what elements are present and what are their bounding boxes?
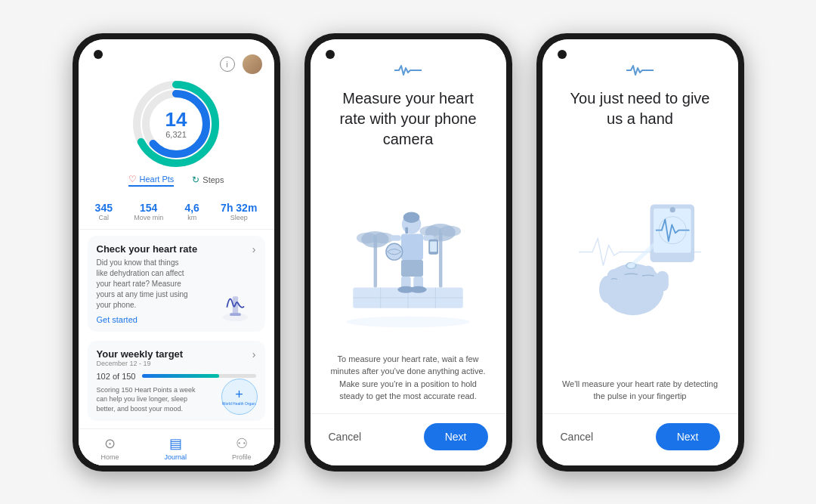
bottom-nav: ⊙ Home ▤ Journal ⚇ Profile: [79, 428, 274, 465]
pulse-icon-3: [626, 63, 654, 81]
stat-km-label: km: [184, 214, 199, 221]
card-arrow-icon: ›: [252, 243, 256, 255]
svg-point-7: [346, 317, 470, 328]
tab-heart-pts[interactable]: ♡ Heart Pts: [128, 174, 175, 187]
onboard-title-3: You just need to give us a hand: [542, 81, 738, 134]
nav-profile[interactable]: ⚇ Profile: [232, 435, 252, 461]
next-button-2[interactable]: Next: [424, 423, 488, 450]
svg-rect-29: [430, 242, 437, 252]
person-illustration: [311, 154, 506, 353]
dashboard-screen: i 14 6,321: [79, 39, 274, 465]
weekly-arrow-icon: ›: [252, 348, 256, 360]
who-label: World Health Organ.: [222, 401, 256, 406]
hand-illustration: [542, 134, 738, 378]
svg-point-22: [403, 212, 420, 223]
nav-home-label: Home: [100, 453, 119, 461]
next-button-3[interactable]: Next: [656, 423, 720, 450]
phone-3-screen: You just need to give us a hand: [542, 39, 738, 465]
ring-section: 14 6,321 ♡ Heart Pts ↻ Steps: [79, 79, 274, 199]
svg-rect-25: [390, 235, 401, 240]
header: i: [79, 39, 274, 79]
phone-2-screen: Measure your heart rate with your phone …: [311, 39, 506, 465]
heart-rate-illustration: [215, 283, 256, 324]
svg-point-38: [670, 207, 675, 212]
svg-rect-30: [401, 260, 423, 277]
phone-3: You just need to give us a hand: [536, 33, 744, 472]
svg-rect-23: [405, 227, 408, 233]
tab-steps-label: Steps: [202, 175, 224, 184]
profile-icon: ⚇: [236, 435, 248, 452]
onboard-screen-2: Measure your heart rate with your phone …: [311, 39, 506, 465]
get-started-link[interactable]: Get started: [97, 315, 189, 324]
svg-point-34: [410, 286, 427, 293]
stat-km: 4,6 km: [184, 202, 199, 221]
phone-2: Measure your heart rate with your phone …: [304, 33, 512, 472]
phone-1: i 14 6,321: [73, 33, 280, 472]
heart-card-title: Check your heart rate: [97, 243, 256, 255]
pulse-icon-2: [394, 63, 422, 81]
stat-cal: 345 Cal: [95, 202, 113, 221]
onboard-title-2: Measure your heart rate with your phone …: [311, 81, 506, 154]
progress-text: 102 of 150: [97, 372, 136, 381]
onboard-screen-3: You just need to give us a hand: [542, 39, 738, 465]
phone-1-screen: i 14 6,321: [79, 39, 274, 465]
stat-move-label: Move min: [134, 214, 163, 221]
avatar[interactable]: [243, 54, 262, 74]
punch-hole-2: [326, 50, 335, 59]
stat-move: 154 Move min: [134, 202, 163, 221]
onboard-desc-3: We'll measure your heart rate by detecti…: [542, 378, 738, 413]
heart-rate-card[interactable]: Check your heart rate › Did you know tha…: [88, 236, 265, 332]
activity-ring: 14 6,321: [131, 79, 221, 169]
progress-row: 102 of 150: [97, 372, 256, 381]
stat-cal-value: 345: [95, 202, 113, 214]
punch-hole-1: [94, 50, 103, 59]
heart-icon: ♡: [128, 174, 137, 184]
nav-profile-label: Profile: [232, 453, 252, 461]
stat-cal-label: Cal: [95, 214, 113, 221]
svg-point-19: [419, 226, 441, 237]
progress-bar: [142, 374, 256, 378]
stat-sleep-value: 7h 32m: [221, 202, 257, 214]
svg-point-20: [439, 226, 461, 237]
svg-rect-6: [230, 313, 241, 316]
tab-steps[interactable]: ↻ Steps: [192, 174, 224, 187]
nav-home[interactable]: ⊙ Home: [100, 435, 119, 461]
svg-rect-43: [657, 271, 669, 292]
progress-fill: [142, 374, 220, 378]
stat-move-value: 154: [134, 202, 163, 214]
info-icon[interactable]: i: [220, 57, 235, 72]
heart-card-text: Did you know that things like dehydratio…: [97, 258, 189, 311]
svg-point-46: [627, 263, 635, 268]
nav-journal-label: Journal: [164, 453, 187, 461]
cancel-button-2[interactable]: Cancel: [329, 431, 362, 443]
metric-tabs: ♡ Heart Pts ↻ Steps: [128, 174, 224, 187]
weekly-title: Your weekly target: [97, 348, 256, 360]
onboard-actions-2: Cancel Next: [311, 413, 506, 465]
punch-hole-3: [558, 50, 567, 59]
tab-heart-label: Heart Pts: [140, 175, 175, 184]
home-icon: ⊙: [104, 435, 116, 452]
journal-icon: ▤: [169, 435, 182, 452]
cancel-button-3[interactable]: Cancel: [561, 431, 594, 443]
ring-number: 14: [165, 108, 187, 130]
who-badge: + World Health Organ.: [221, 379, 258, 415]
onboard-actions-3: Cancel Next: [542, 413, 738, 465]
stat-sleep-label: Sleep: [221, 214, 257, 221]
svg-rect-24: [401, 234, 423, 261]
who-plus: +: [235, 388, 243, 401]
svg-rect-42: [641, 266, 655, 290]
onboard-desc-2: To measure your heart rate, wait a few m…: [311, 353, 506, 413]
stat-sleep: 7h 32m Sleep: [221, 202, 257, 221]
ring-center: 14 6,321: [165, 108, 187, 139]
stats-row: 345 Cal 154 Move min 4,6 km 7h 32m Sleep: [79, 199, 274, 230]
nav-journal[interactable]: ▤ Journal: [164, 435, 187, 461]
svg-point-44: [599, 276, 616, 303]
ring-steps: 6,321: [165, 130, 187, 139]
steps-icon: ↻: [192, 175, 199, 185]
stat-km-value: 4,6: [184, 202, 199, 214]
weekly-desc: Scoring 150 Heart Points a week can help…: [97, 385, 200, 414]
weekly-target-card[interactable]: › Your weekly target December 12 - 19 10…: [88, 341, 265, 422]
svg-point-27: [386, 243, 403, 260]
weekly-date: December 12 - 19: [97, 360, 256, 367]
